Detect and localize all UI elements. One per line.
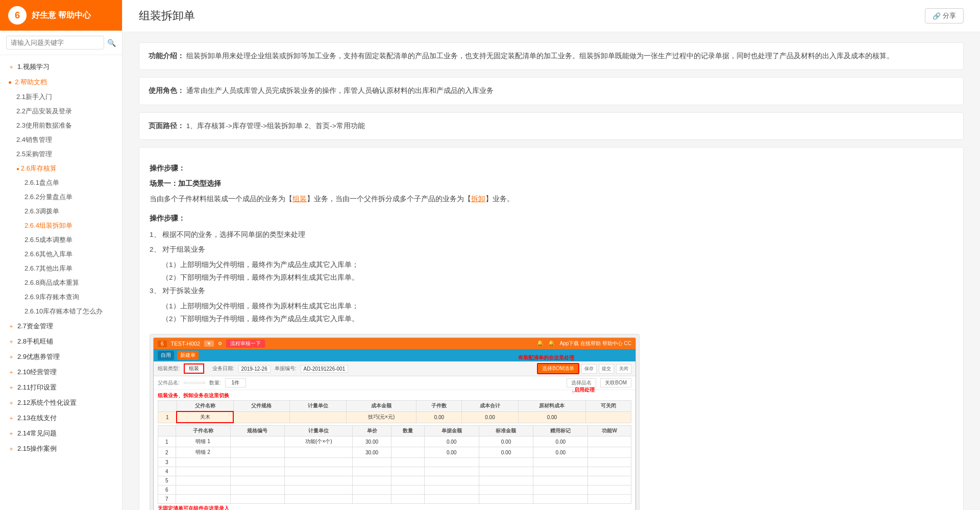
toolbar-date-label: 业务日期:	[212, 365, 234, 372]
th-seq	[158, 401, 177, 412]
td-sub-count-val: 0.00	[416, 411, 462, 423]
sidebar-item-2-3[interactable]: 2.3使用前数据准备	[0, 118, 122, 133]
minus-dot-icon: ●	[16, 166, 21, 172]
share-icon: 🔗	[933, 12, 941, 20]
sidebar-item-2-15[interactable]: ＋ 2.15操作案例	[0, 441, 122, 456]
form-qty[interactable]: 1件	[225, 378, 247, 387]
plus-icon-2-7: ＋	[8, 322, 14, 331]
search-bar: 🔍	[0, 31, 122, 55]
form-bom-action[interactable]: 关联BOM	[600, 378, 631, 387]
sidebar-item-2-10[interactable]: ＋ 2.10经营管理	[0, 365, 122, 380]
td-unit	[290, 411, 347, 423]
sidebar-item-docs[interactable]: ● 2.帮助文档	[0, 75, 122, 90]
step-1-num: 1、	[150, 231, 161, 238]
step-1: 1、 根据不同的业务，选择不同单据的类型来处理	[150, 228, 953, 241]
sidebar-item-2-7[interactable]: ＋ 2.7资金管理	[0, 319, 122, 334]
toolbar-type-select[interactable]: 组装	[184, 363, 204, 374]
nav-new[interactable]: 新建单	[177, 351, 199, 360]
plus-icon-2-15: ＋	[8, 445, 14, 453]
nav-home[interactable]: 自用	[158, 351, 174, 360]
td-cost-val: 技巧(元×元)	[346, 411, 416, 423]
sidebar-item-2-8[interactable]: ＋ 2.8手机旺铺	[0, 334, 122, 349]
sidebar-item-2-9[interactable]: ＋ 2.9优惠券管理	[0, 349, 122, 365]
topbar-process-btn[interactable]: 流程审核一下	[226, 339, 265, 348]
sidebar-item-label: 1.视频学习	[17, 62, 50, 71]
main-content: 组装拆卸单 🔗 分享 功能介绍： 组装拆卸单用来处理企业组装或拆卸等加工业务，支…	[122, 0, 980, 510]
toolbar-action3[interactable]: 关闭	[616, 364, 631, 374]
th-sub-count: 子件数	[416, 401, 462, 412]
sidebar-item-2-6-1[interactable]: 2.6.1盘点单	[0, 176, 122, 190]
annotation-arrow-enable: ↑	[572, 389, 574, 395]
sidebar-item-2-6-8[interactable]: 2.6.8商品成本重算	[0, 276, 122, 290]
sub-th-name: 子件名称	[176, 426, 230, 436]
sidebar-item-2-6-7[interactable]: 2.6.7其他出库单	[0, 261, 122, 276]
bom-select-btn[interactable]: 选择BOM清单	[537, 363, 579, 374]
share-button[interactable]: 🔗 分享	[925, 8, 964, 23]
plus-icon-2-14: ＋	[8, 429, 14, 438]
sidebar-item-2-6[interactable]: ● 2.6库存核算	[0, 161, 122, 176]
step-3-text: 对于拆装业务	[162, 287, 205, 295]
search-input[interactable]	[6, 36, 104, 50]
sidebar-item-2-12[interactable]: ＋ 2.12系统个性化设置	[0, 395, 122, 410]
sub-row-6: 6	[158, 485, 631, 495]
td-seq: 1	[158, 411, 177, 423]
link-disassembly[interactable]: 拆卸	[471, 195, 485, 203]
topbar-company: TEST-H002	[171, 341, 200, 347]
sub-th-seq	[158, 426, 176, 436]
toolbar-action1[interactable]: 保存	[581, 364, 597, 374]
intro-label: 功能介绍：	[149, 52, 184, 60]
search-icon[interactable]: 🔍	[107, 39, 116, 47]
step-3-sub2: （2）下部明细为子件明细，最终作为产成品生成其它入库单。	[150, 312, 953, 326]
sidebar-item-2-14[interactable]: ＋ 2.14常见问题	[0, 426, 122, 441]
annotation-asm: 组装业务、拆卸业务在这里切换	[158, 391, 631, 400]
intro-text: 组装拆卸单用来处理企业组装或拆卸等加工业务，支持有固定装配清单的产品加工业务，也…	[186, 52, 894, 60]
content-body: 功能介绍： 组装拆卸单用来处理企业组装或拆卸等加工业务，支持有固定装配清单的产品…	[122, 32, 980, 510]
link-assembly[interactable]: 组装	[292, 195, 307, 203]
sidebar-item-2-6-2[interactable]: 2.6.2分量盘点单	[0, 190, 122, 204]
topbar-right: 🔔 🔔 App下载 在线帮助 帮助中心 CC	[537, 340, 631, 347]
sidebar-item-2-13[interactable]: ＋ 2.13在线支付	[0, 410, 122, 426]
sidebar-item-2-6-10[interactable]: 2.6.10库存账本错了怎么办	[0, 304, 122, 319]
path-label: 页面路径：	[149, 122, 184, 130]
annotation-bom: 有装配清单的在这里处理	[518, 354, 574, 361]
info-block-path: 页面路径： 1、库存核算->库存管理->组装拆卸单 2、首页->常用功能	[139, 112, 964, 140]
annotation-no-bom: 无固定清单可在组件在这里录入	[158, 505, 631, 510]
td-cost-total-val: 0.00	[462, 411, 519, 423]
form-parent-name[interactable]	[184, 382, 205, 384]
sidebar-item-2-5[interactable]: 2.5采购管理	[0, 147, 122, 161]
toolbar-date[interactable]: 2019-12-26	[238, 365, 271, 373]
table-row: 1 关木 技巧(元×元) 0.00 0.00 0.00	[158, 411, 631, 423]
step-2: 2、 对于组装业务	[150, 243, 953, 256]
sidebar-item-2-6-4[interactable]: 2.6.4组装拆卸单	[0, 218, 122, 233]
sidebar-item-2-6-9[interactable]: 2.6.9库存账本查询	[0, 290, 122, 304]
plus-icon-2-13: ＋	[8, 414, 14, 423]
sub-table: 子件名称 规格编号 计量单位 单价 数量 单据金额 标准金额 赠用标记 功能W	[158, 425, 631, 504]
sidebar-item-2-6-6[interactable]: 2.6.6其他入库单	[0, 247, 122, 261]
sidebar-item-2-6-5[interactable]: 2.6.5成本调整单	[0, 233, 122, 247]
sidebar-item-2-1[interactable]: 2.1新手入门	[0, 90, 122, 104]
topbar-dropdown[interactable]: ▼	[204, 341, 214, 347]
sidebar-item-2-4[interactable]: 2.4销售管理	[0, 133, 122, 147]
app-topbar: 6 TEST-H002 ▼ ⚙ 流程审核一下 🔔 🔔 App下载 在线帮助 帮助…	[154, 338, 635, 349]
sidebar-item-2-2[interactable]: 2.2产品安装及登录	[0, 104, 122, 118]
sidebar-item-2-11[interactable]: ＋ 2.11打印设置	[0, 380, 122, 395]
th-material-cost: 原材料成本	[518, 401, 585, 412]
minus-icon: ●	[8, 79, 12, 86]
role-text: 通常由生产人员或库管人员完成拆装业务的操作，库管人员确认原材料的出库和产成品的入…	[186, 87, 494, 94]
sidebar-item-2-6-3[interactable]: 2.6.3调拨单	[0, 204, 122, 218]
td-parent-name: 关木	[177, 411, 233, 423]
step-2-num: 2、	[150, 246, 161, 253]
sub-th-qty: 数量	[391, 426, 424, 436]
th-parent-spec: 父件规格	[233, 401, 290, 412]
toolbar-action2[interactable]: 提交	[599, 364, 614, 374]
step-1-text: 根据不同的业务，选择不同单据的类型来处理	[162, 231, 305, 238]
sub-th-amount: 单据金额	[424, 426, 479, 436]
nav-list: ＋ 1.视频学习 ● 2.帮助文档 2.1新手入门 2.2产品安装及登录 2.3…	[0, 55, 122, 510]
step-2-text: 对于组装业务	[162, 246, 205, 253]
app-toolbar: 组装类型: 组装 业务日期: 2019-12-26 单据编号: AD-20191…	[154, 361, 635, 376]
sidebar-item-videos[interactable]: ＋ 1.视频学习	[0, 59, 122, 75]
plus-icon-2-9: ＋	[8, 353, 14, 361]
annotation-arrow-bom: ←	[570, 357, 575, 363]
sub-row-5: 5	[158, 476, 631, 485]
app-form-row: 父件品名: 数量: 1件 选择品名 关联BOM	[154, 376, 635, 390]
